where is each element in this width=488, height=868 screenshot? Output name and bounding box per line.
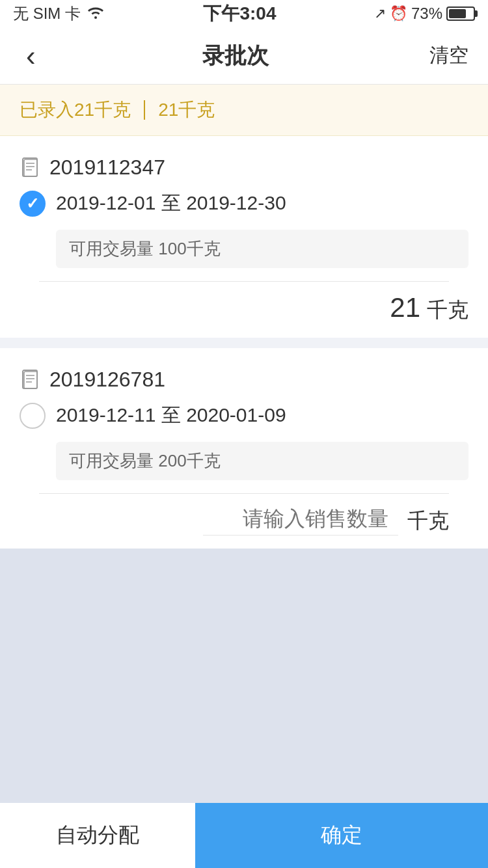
wifi-icon — [86, 5, 105, 23]
svg-rect-1 — [24, 159, 37, 176]
batch-card-2: 2019126781 2019-12-11 至 2020-01-09 可用交易量… — [0, 348, 488, 549]
card1-date-row[interactable]: ✓ 2019-12-01 至 2019-12-30 — [20, 190, 468, 217]
battery-percent: 73% — [411, 5, 442, 23]
card2-available: 可用交易量 200千克 — [56, 442, 468, 480]
svg-rect-5 — [23, 370, 37, 388]
alarm-icon: ⏰ — [390, 5, 407, 22]
banner-divider — [144, 100, 145, 120]
doc-icon-2 — [20, 368, 43, 392]
clear-button[interactable]: 清空 — [429, 42, 468, 69]
status-right: ↗ ⏰ 73% — [374, 5, 475, 23]
card1-id: 2019112347 — [49, 156, 165, 180]
card2-id: 2019126781 — [49, 368, 165, 392]
carrier-text: 无 SIM 卡 — [13, 3, 81, 24]
status-bar: 无 SIM 卡 下午3:04 ↗ ⏰ 73% — [0, 0, 488, 27]
location-icon: ↗ — [374, 5, 386, 22]
card2-header: 2019126781 — [20, 368, 468, 392]
bottom-bar: 自动分配 确定 — [0, 803, 488, 868]
check-mark-1: ✓ — [26, 195, 39, 213]
card2-date: 2019-12-11 至 2020-01-09 — [56, 402, 286, 429]
card2-date-row[interactable]: 2019-12-11 至 2020-01-09 — [20, 402, 468, 429]
card1-unit: 千克 — [427, 296, 468, 325]
card2-input-row: 千克 — [20, 494, 468, 549]
card1-available: 可用交易量 100千克 — [56, 230, 468, 268]
svg-rect-6 — [24, 372, 37, 388]
auto-distribute-button[interactable]: 自动分配 — [0, 803, 195, 868]
nav-bar: ‹ 录批次 清空 — [0, 27, 488, 85]
card2-radio[interactable] — [20, 403, 46, 429]
status-time: 下午3:04 — [203, 1, 276, 26]
recorded-amount: 已录入21千克 — [20, 98, 131, 122]
info-banner: 已录入21千克 21千克 — [0, 85, 488, 136]
doc-icon-1 — [20, 156, 43, 180]
card1-date: 2019-12-01 至 2019-12-30 — [56, 190, 286, 217]
card1-header: 2019112347 — [20, 156, 468, 180]
card2-unit: 千克 — [407, 507, 449, 536]
qty-input[interactable] — [203, 507, 398, 536]
svg-rect-0 — [23, 158, 37, 176]
card1-radio[interactable]: ✓ — [20, 191, 46, 217]
battery-icon — [446, 7, 475, 21]
status-left: 无 SIM 卡 — [13, 3, 105, 24]
back-button[interactable]: ‹ — [20, 33, 42, 79]
batch-card-1: 2019112347 ✓ 2019-12-01 至 2019-12-30 可用交… — [0, 136, 488, 338]
section-divider — [0, 338, 488, 348]
confirm-button[interactable]: 确定 — [195, 803, 488, 868]
card1-amount-row: 21 千克 — [20, 282, 468, 338]
page-title: 录批次 — [202, 41, 269, 71]
total-amount: 21千克 — [158, 98, 215, 122]
card1-amount: 21 — [390, 292, 420, 323]
